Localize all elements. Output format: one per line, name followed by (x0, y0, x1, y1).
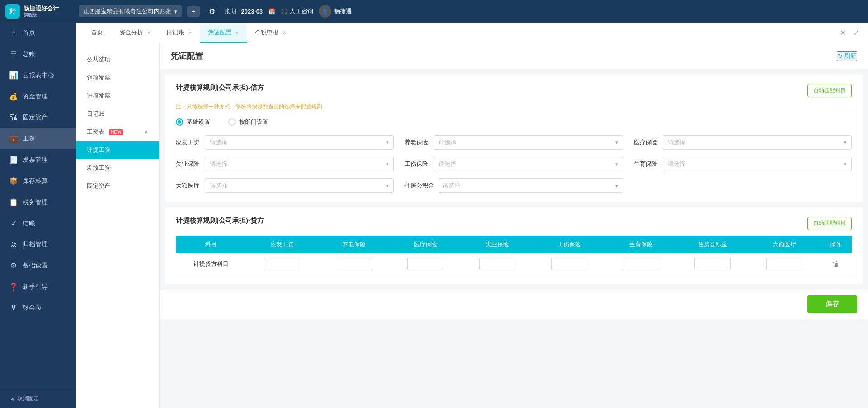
refresh-button[interactable]: ↻ 刷新 (837, 51, 857, 61)
select-major-medical-placeholder: 请选择 (210, 182, 227, 190)
select-injury[interactable]: 请选择 ▾ (434, 157, 623, 171)
funds-icon: 💰 (9, 92, 18, 101)
sub-sidebar-journal[interactable]: 日记账 (76, 105, 159, 123)
sidebar-item-ledger[interactable]: ☰ 总账 (0, 43, 76, 65)
calendar-icon[interactable]: 📅 (268, 8, 275, 15)
select-unemployment[interactable]: 请选择 ▾ (205, 157, 394, 171)
guide-icon: ❓ (9, 282, 18, 291)
consultation-button[interactable]: 🎧 人工咨询 (281, 7, 313, 15)
save-button[interactable]: 保存 (807, 295, 857, 313)
select-salary-placeholder: 请选择 (210, 138, 227, 146)
debit-auto-match-button[interactable]: 自动匹配科目 (807, 84, 852, 97)
cell-pension-input[interactable] (318, 253, 390, 275)
input-major-medical[interactable] (766, 258, 802, 270)
sub-sidebar-label-accrued: 计提工资 (87, 146, 110, 154)
select-salary[interactable]: 请选择 ▾ (205, 135, 394, 150)
tab-home[interactable]: 首页 (83, 23, 111, 43)
input-maternity[interactable] (623, 258, 659, 270)
cell-unemployment-input[interactable] (462, 253, 533, 275)
archive-icon: 🗂 (9, 240, 18, 249)
expand-icon[interactable]: ∨ (144, 129, 148, 136)
input-pension[interactable] (336, 258, 372, 270)
tab-tax-filing[interactable]: 个税申报 × (247, 23, 294, 43)
cell-salary-input[interactable] (246, 253, 318, 275)
select-medical[interactable]: 请选择 ▾ (663, 135, 852, 150)
sidebar-label-guide: 新手引导 (23, 283, 48, 291)
input-housing[interactable] (694, 258, 731, 270)
sidebar-label-reports: 云报表中心 (23, 71, 54, 80)
sidebar-item-tax[interactable]: 📋 税务管理 (0, 192, 76, 213)
credit-auto-match-button[interactable]: 自动匹配科目 (807, 217, 852, 230)
sidebar-item-archive[interactable]: 🗂 归档管理 (0, 234, 76, 255)
input-injury[interactable] (551, 258, 587, 270)
tab-funds-analysis[interactable]: 资金分析 × (111, 23, 158, 43)
sidebar-item-inventory[interactable]: 📦 库存核算 (0, 170, 76, 192)
sidebar-item-guide[interactable]: ❓ 新手引导 (0, 276, 76, 297)
sub-sidebar-label-journal: 日记账 (87, 110, 104, 118)
select-pension[interactable]: 请选择 ▾ (434, 135, 623, 150)
radio-basic-inner (178, 120, 181, 124)
sidebar-item-assets[interactable]: 🏗 固定资产 (0, 107, 76, 128)
sub-sidebar-label-public: 公共选项 (87, 56, 110, 64)
sub-sidebar-purchase-invoice[interactable]: 进项发票 (76, 87, 159, 105)
sidebar-label-close: 结账 (23, 220, 35, 228)
delete-icon[interactable]: 🗑 (832, 260, 840, 267)
cell-injury-input[interactable] (533, 253, 605, 275)
select-housing-fund[interactable]: 请选择 ▾ (438, 178, 623, 193)
tab-funds-close[interactable]: × (147, 30, 150, 35)
form-row-medical: 医疗保险 请选择 ▾ (634, 135, 852, 150)
radio-basic-settings[interactable]: 基础设置 (176, 118, 210, 126)
company-selector[interactable]: 江西服宝精品有限责任公司内账张 ▾ (79, 5, 182, 17)
cell-delete[interactable]: 🗑 (820, 253, 852, 275)
add-button[interactable]: + (187, 6, 200, 17)
tab-close-all-button[interactable]: ✕ (838, 27, 848, 39)
input-salary[interactable] (264, 258, 300, 270)
sub-sidebar-fixed-assets[interactable]: 固定资产 (76, 177, 159, 195)
select-major-medical[interactable]: 请选择 ▾ (205, 178, 394, 193)
radio-department-settings[interactable]: 按部门设置 (228, 118, 269, 126)
home-icon: ⌂ (9, 29, 18, 37)
col-major-medical: 大额医疗 (749, 236, 821, 253)
cell-housing-input[interactable] (677, 253, 749, 275)
sidebar-item-home[interactable]: ⌂ 首页 (0, 23, 76, 43)
top-bar: 好 畅捷通好会计 旗舰版 江西服宝精品有限责任公司内账张 ▾ + ⚙ 账期 20… (0, 0, 868, 23)
settings-button[interactable]: ⚙ (205, 5, 219, 18)
chevron-salary: ▾ (386, 140, 389, 145)
cell-maternity-input[interactable] (605, 253, 677, 275)
select-maternity[interactable]: 请选择 ▾ (663, 157, 852, 171)
sidebar-item-reports[interactable]: 📊 云报表中心 (0, 65, 76, 86)
sub-sidebar-payroll-table[interactable]: 工资表 NEW ∨ (76, 123, 159, 141)
sidebar-item-member[interactable]: V 畅会员 (0, 297, 76, 318)
form-row-pension: 养老保险 请选择 ▾ (405, 135, 623, 150)
label-salary: 应发工资 (176, 138, 201, 146)
sidebar-item-settings[interactable]: ⚙ 基础设置 (0, 255, 76, 276)
tab-tax-close[interactable]: × (283, 30, 286, 35)
cell-medical-input[interactable] (390, 253, 462, 275)
tab-voucher-config[interactable]: 凭证配置 × (200, 23, 247, 43)
sidebar-item-salary[interactable]: 💼 工资 (0, 128, 76, 149)
tab-journal[interactable]: 日记账 × (158, 23, 199, 43)
input-unemployment[interactable] (479, 258, 515, 270)
period-value: 2023-03 (241, 8, 263, 15)
logo-icon: 好 (5, 4, 20, 19)
dropdown-icon: ▾ (174, 8, 177, 15)
tab-voucher-close[interactable]: × (236, 30, 239, 35)
sidebar-item-funds[interactable]: 💰 资金管理 (0, 86, 76, 107)
cancel-fixed-button[interactable]: ◄ 取消固定 (0, 389, 76, 408)
sidebar-label-inventory: 库存核算 (23, 177, 48, 185)
save-bar: 保存 (160, 290, 868, 319)
tab-journal-close[interactable]: × (189, 30, 191, 35)
sub-sidebar-accrued-salary[interactable]: 计提工资 (76, 141, 159, 159)
sidebar-item-close[interactable]: ✓ 结账 (0, 213, 76, 234)
cell-major-medical-input[interactable] (749, 253, 821, 275)
user-area[interactable]: 👤 畅捷通 (319, 5, 352, 18)
debit-form-grid: 应发工资 请选择 ▾ 养老保险 请选择 ▾ (176, 135, 852, 193)
refresh-label: 刷新 (844, 52, 856, 60)
sub-sidebar-public-options[interactable]: 公共选项 (76, 51, 159, 69)
tab-expand-button[interactable]: ⤢ (851, 27, 861, 39)
sub-sidebar-sales-invoice[interactable]: 销项发票 (76, 69, 159, 87)
sub-sidebar-pay-salary[interactable]: 发放工资 (76, 159, 159, 177)
input-medical[interactable] (407, 258, 443, 270)
logo-text: 畅捷通好会计 旗舰版 (24, 5, 59, 18)
sidebar-item-invoice[interactable]: 🧾 发票管理 (0, 149, 76, 170)
